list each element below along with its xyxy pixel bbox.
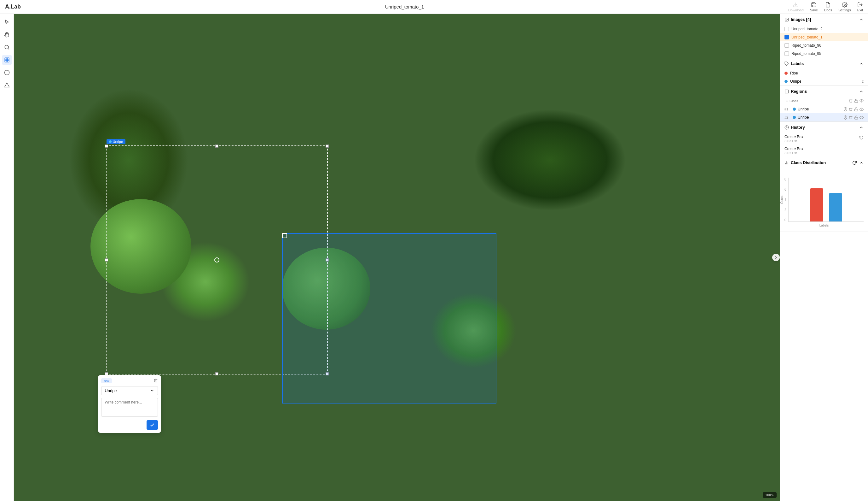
topbar: A.Lab Unriped_tomato_1 Download Save Doc… [0,0,868,14]
svg-line-2 [8,48,9,49]
refresh-icon[interactable] [852,161,857,165]
download-icon [793,2,799,8]
delete-icon-2[interactable] [849,116,853,119]
image-item-3[interactable]: Riped_tomato_96 [780,41,868,50]
images-chevron-up-icon [859,17,864,22]
handle-bm-1[interactable] [215,372,218,375]
bbox2-corner-indicator [282,233,287,238]
polygon-icon [4,82,10,88]
image-item-2[interactable]: Unriped_tomato_1 [780,33,868,41]
circle-tool[interactable] [2,67,12,78]
svg-point-1 [5,45,9,49]
regions-icon [784,89,789,94]
bbox-center-1 [214,257,219,263]
y-tick-6: 6 [784,188,787,191]
image-item-1[interactable]: Unriped_tomato_2 [780,25,868,33]
polygon-tool[interactable] [2,80,12,90]
exit-button[interactable]: Exit [857,2,863,12]
svg-marker-9 [4,83,9,87]
search-tool[interactable] [2,42,12,52]
region-item-2[interactable]: #2 Unripe [780,113,868,121]
trash-icon [154,378,158,383]
svg-rect-18 [855,100,858,103]
chevron-right-icon [774,255,778,260]
bbox-tool[interactable] [2,55,12,65]
regions-col-actions [849,99,864,103]
y-tick-8: 8 [784,178,787,181]
bar-ripe [810,188,823,222]
ripe-color-dot [784,72,788,75]
popup-delete-button[interactable] [154,378,158,384]
y-tick-2: 2 [784,208,787,212]
handle-ml-1[interactable] [105,258,108,262]
history-section-header[interactable]: History [780,122,868,133]
history-item-1: Create Box 3:03 PM [780,133,868,145]
image-checkbox-3[interactable] [784,43,789,47]
popup-footer [101,420,158,430]
comment-input[interactable] [101,398,158,417]
lock-icon-1[interactable] [854,107,858,111]
history-undo-button[interactable] [859,135,864,141]
svg-point-22 [861,108,862,109]
history-chevron-up-icon [859,125,864,130]
settings-button[interactable]: Settings [838,2,851,12]
labels-title-row: Labels [784,61,804,66]
label-item-unripe: Unripe 2 [780,77,868,85]
pin-icon-1[interactable] [843,107,847,111]
main-layout: Unripe box Unripe [0,14,868,501]
regions-chevron-up-icon [859,89,864,94]
eye-icon-1[interactable] [859,107,864,111]
svg-point-20 [845,108,846,109]
eye-icon-2[interactable] [859,116,864,119]
history-list: Create Box 3:03 PM Create Box 3:02 PM [780,133,868,157]
sort-icon[interactable] [784,99,788,103]
region-2-actions [843,116,864,119]
popup-header: box [101,378,158,384]
canvas-area[interactable]: Unripe box Unripe [14,14,780,501]
hand-icon [4,32,10,38]
bbox-region-2[interactable] [282,233,496,404]
bar-unripe [829,193,842,222]
handle-tm-1[interactable] [215,145,218,148]
label-select[interactable]: Unripe [101,386,158,395]
svg-rect-24 [855,117,858,119]
download-button[interactable]: Download [788,2,804,12]
images-section-header[interactable]: Images [4] [780,14,868,25]
save-icon [811,2,817,8]
regions-column-header: Class [780,97,868,105]
label-item-ripe: Ripe [780,69,868,77]
images-icon [784,17,789,22]
select-tool[interactable] [2,17,12,27]
region-item-1[interactable]: #1 Unripe [780,105,868,113]
pan-tool[interactable] [2,30,12,40]
image-checkbox-4[interactable] [784,51,789,56]
chevron-down-icon [150,388,154,393]
right-panel: Images [4] Unriped_tomato_2 Unriped_toma… [780,14,868,501]
save-button[interactable]: Save [810,2,818,12]
svg-point-19 [861,100,862,101]
handle-tl-1[interactable] [105,145,108,148]
image-checkbox-2[interactable] [784,35,789,40]
confirm-button[interactable] [146,420,158,430]
class-dist-header[interactable]: Class Distribution [780,157,868,168]
panel-collapse-button[interactable] [772,254,780,261]
labels-section-header[interactable]: Labels [780,58,868,69]
handle-tr-1[interactable] [326,145,329,148]
delete-icon-1[interactable] [849,107,853,111]
bar-unripe-fill [829,193,842,222]
undo-icon [859,135,864,140]
svg-point-11 [786,19,787,19]
lock-icon-2[interactable] [854,116,858,119]
docs-button[interactable]: Docs [824,2,832,12]
topbar-actions: Download Save Docs Settings Exit [788,2,863,12]
pin-icon-2[interactable] [843,116,847,119]
svg-point-23 [845,116,846,117]
image-checkbox-1[interactable] [784,27,789,31]
images-section-title-row: Images [4] [784,17,811,22]
regions-section-header[interactable]: Regions [780,86,868,97]
settings-icon [842,2,847,8]
history-section: History Create Box 3:03 PM Create Box 3:… [780,122,868,157]
labels-chevron-up-icon [859,62,864,66]
image-item-4[interactable]: Riped_tomato_95 [780,50,868,58]
chart-bars [788,178,864,222]
